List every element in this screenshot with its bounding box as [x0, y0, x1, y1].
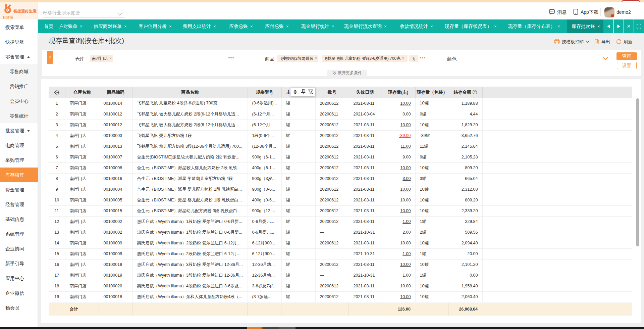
svg-text:?: ? [474, 91, 476, 94]
